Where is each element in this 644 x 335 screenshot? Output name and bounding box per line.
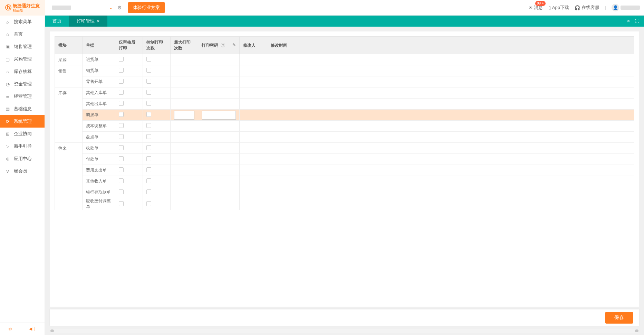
- password-cell[interactable]: [198, 165, 240, 176]
- password-cell[interactable]: [198, 132, 240, 143]
- max-count-cell[interactable]: [171, 176, 198, 187]
- max-count-cell[interactable]: [171, 165, 198, 176]
- sidebar-item-purchase-mgmt[interactable]: ▢采购管理: [0, 53, 45, 65]
- settings-icon[interactable]: ⚙: [117, 5, 122, 10]
- sidebar-item-inventory-acct[interactable]: ⌂库存核算: [0, 65, 45, 78]
- audit-only-checkbox[interactable]: [119, 123, 124, 128]
- close-icon[interactable]: ✕: [97, 19, 100, 24]
- collapse-icon[interactable]: ◀｜: [29, 326, 36, 332]
- table-row: 调拨单: [55, 110, 634, 121]
- password-cell[interactable]: [198, 198, 240, 210]
- limit-count-checkbox[interactable]: [146, 68, 151, 73]
- sidebar-item-guide[interactable]: ▷新手引导: [0, 140, 45, 152]
- max-count-cell[interactable]: [171, 198, 198, 210]
- limit-count-checkbox[interactable]: [146, 123, 151, 128]
- password-cell[interactable]: [198, 143, 240, 154]
- sidebar-item-sales-mgmt[interactable]: ▣销售管理: [0, 40, 45, 53]
- limit-count-checkbox[interactable]: [146, 101, 151, 106]
- close-all-tabs-icon[interactable]: ✕: [627, 19, 630, 24]
- max-count-cell[interactable]: [171, 121, 198, 132]
- help-icon[interactable]: ?: [221, 43, 225, 47]
- password-cell[interactable]: [198, 65, 240, 76]
- modifier-cell: [240, 87, 267, 99]
- sidebar-item-fund-mgmt[interactable]: ◔资金管理: [0, 78, 45, 90]
- password-cell[interactable]: [198, 121, 240, 132]
- limit-count-checkbox[interactable]: [146, 134, 151, 139]
- tenant-switcher[interactable]: ⌄: [52, 5, 113, 10]
- module-cell: 库存: [55, 87, 83, 143]
- sidebar-footer: ⚙ ◀｜: [0, 323, 45, 335]
- app-center-icon: ⊕: [5, 156, 10, 161]
- audit-only-checkbox[interactable]: [119, 156, 124, 161]
- max-count-cell[interactable]: [171, 154, 198, 165]
- save-button[interactable]: 保存: [605, 312, 633, 324]
- max-count-cell[interactable]: [171, 76, 198, 87]
- password-cell[interactable]: [198, 110, 240, 121]
- logo[interactable]: ⓑ 畅捷通好生意 精品版: [0, 0, 45, 16]
- password-cell[interactable]: [198, 54, 240, 65]
- password-cell[interactable]: [198, 99, 240, 110]
- industry-template-button[interactable]: 体验行业方案: [128, 2, 165, 13]
- sidebar-item-home[interactable]: ⌂首页: [0, 28, 45, 40]
- limit-count-checkbox[interactable]: [146, 145, 151, 150]
- tab-打印管理[interactable]: 打印管理✕: [69, 16, 107, 27]
- sidebar-item-vip[interactable]: V畅会员: [0, 165, 45, 177]
- limit-count-checkbox[interactable]: [146, 79, 151, 84]
- limit-count-checkbox[interactable]: [146, 112, 151, 117]
- edit-icon[interactable]: ✎: [232, 43, 236, 47]
- audit-only-checkbox[interactable]: [119, 178, 124, 183]
- audit-only-checkbox[interactable]: [119, 57, 124, 62]
- limit-count-checkbox[interactable]: [146, 57, 151, 62]
- audit-only-checkbox[interactable]: [119, 79, 124, 84]
- sidebar-item-basic-info[interactable]: ▤基础信息: [0, 103, 45, 115]
- max-count-cell[interactable]: [171, 54, 198, 65]
- audit-only-checkbox[interactable]: [119, 201, 124, 206]
- password-cell[interactable]: [198, 154, 240, 165]
- max-count-cell[interactable]: [171, 187, 198, 198]
- settings-icon[interactable]: ⚙: [8, 327, 12, 332]
- audit-only-checkbox[interactable]: [119, 134, 124, 139]
- max-count-input[interactable]: [174, 111, 194, 120]
- audit-only-checkbox[interactable]: [119, 90, 124, 95]
- max-count-cell[interactable]: [171, 65, 198, 76]
- audit-only-checkbox[interactable]: [119, 189, 124, 194]
- limit-count-checkbox[interactable]: [146, 178, 151, 183]
- password-input[interactable]: [202, 111, 236, 120]
- sidebar-item-app-center[interactable]: ⊕应用中心: [0, 152, 45, 165]
- sidebar-item-system-mgmt[interactable]: ⟳系统管理: [0, 115, 45, 128]
- limit-count-checkbox[interactable]: [146, 156, 151, 161]
- doc-name-cell: 销货单: [83, 65, 115, 76]
- table-row: 费用支出单: [55, 165, 634, 176]
- fullscreen-icon[interactable]: ⛶: [635, 19, 639, 24]
- max-count-cell[interactable]: [171, 110, 198, 121]
- limit-count-checkbox[interactable]: [146, 90, 151, 95]
- max-count-cell[interactable]: [171, 87, 198, 99]
- limit-count-checkbox[interactable]: [146, 201, 151, 206]
- sales-mgmt-icon: ▣: [5, 44, 10, 49]
- messages-button[interactable]: ✉ 消息 99 +: [529, 4, 543, 11]
- horizontal-scrollbar[interactable]: [50, 329, 639, 333]
- audit-only-checkbox[interactable]: [119, 167, 124, 172]
- password-cell[interactable]: [198, 76, 240, 87]
- sidebar-item-operation-mgmt[interactable]: ≣经营管理: [0, 90, 45, 103]
- audit-only-checkbox[interactable]: [119, 68, 124, 73]
- doc-name-cell: 收款单: [83, 143, 115, 154]
- user-menu[interactable]: 👤: [612, 4, 640, 11]
- audit-only-checkbox[interactable]: [119, 101, 124, 106]
- password-cell[interactable]: [198, 176, 240, 187]
- audit-only-checkbox[interactable]: [119, 112, 124, 117]
- app-download-button[interactable]: ▯ App下载: [548, 4, 569, 11]
- audit-only-checkbox[interactable]: [119, 145, 124, 150]
- sidebar-item-search-menu[interactable]: ⌕搜索菜单: [0, 16, 45, 28]
- tab-首页[interactable]: 首页: [45, 16, 69, 27]
- sidebar-item-collab[interactable]: ⊞企业协同: [0, 128, 45, 140]
- doc-name-cell: 费用支出单: [83, 165, 115, 176]
- password-cell[interactable]: [198, 187, 240, 198]
- max-count-cell[interactable]: [171, 99, 198, 110]
- max-count-cell[interactable]: [171, 143, 198, 154]
- password-cell[interactable]: [198, 87, 240, 99]
- max-count-cell[interactable]: [171, 132, 198, 143]
- limit-count-checkbox[interactable]: [146, 189, 151, 194]
- online-service-button[interactable]: 🎧 在线客服: [575, 4, 599, 11]
- limit-count-checkbox[interactable]: [146, 167, 151, 172]
